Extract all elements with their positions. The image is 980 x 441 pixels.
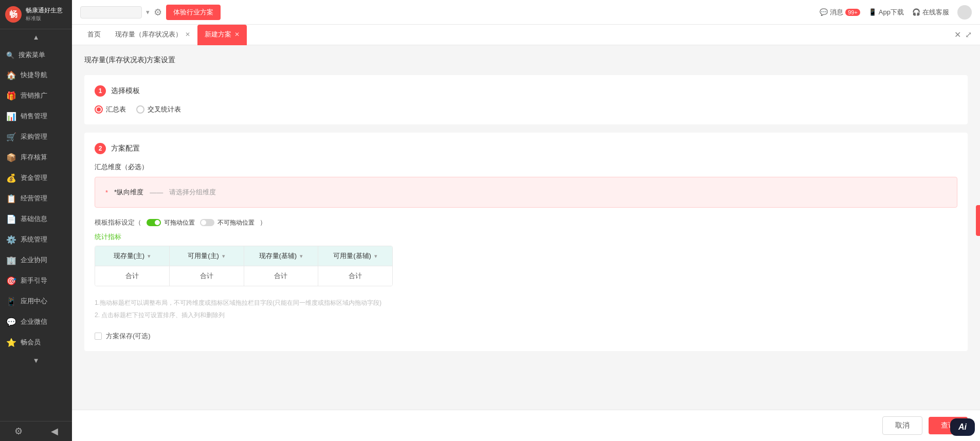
indicators-config-label: 模板指标设定（ 可拖动位置 不可拖动位置 ） <box>95 218 957 227</box>
stats-col-1-header[interactable]: 现存量(主) ▾ <box>95 246 170 266</box>
step2-title: 方案配置 <box>111 144 140 153</box>
sidebar-item-label: 采购管理 <box>21 132 47 141</box>
sidebar-item-purchase[interactable]: 🛒 采购管理 <box>0 126 72 147</box>
dimension-vertical-label: *纵向维度 <box>114 188 143 197</box>
messages-button[interactable]: 💬 消息 99+ <box>820 8 860 17</box>
sidebar-item-label: 企业协同 <box>21 255 47 265</box>
stats-col-3-cell: 合计 <box>244 266 319 286</box>
stats-table: 现存量(主) ▾ 可用量(主) ▾ 现存量(基辅) ▾ 可用量(基辅) <box>95 246 393 286</box>
topbar-search-input[interactable] <box>80 6 142 19</box>
sidebar-item-sales[interactable]: 📊 销售管理 <box>0 106 72 126</box>
sidebar-item-wechat[interactable]: 💬 企业微信 <box>0 311 72 332</box>
radio-cross[interactable]: 交叉统计表 <box>136 105 181 114</box>
clipboard-icon: 📋 <box>6 193 16 204</box>
scroll-up-button[interactable]: ▲ <box>30 31 41 43</box>
content-area: 现存量(库存状况表)方案设置 1 选择模板 汇总表 交叉统计表 2 <box>72 45 980 410</box>
main-area: ▾ ⚙ 体验行业方案 💬 消息 99+ 📱 App下载 🎧 在线客服 <box>72 0 980 441</box>
sidebar-item-label: 营销推广 <box>21 91 47 100</box>
search-icon: 🔍 <box>6 51 14 59</box>
building-icon: 🏢 <box>6 255 16 265</box>
messages-badge: 99+ <box>845 9 860 16</box>
user-avatar[interactable] <box>957 5 972 20</box>
tab-inventory[interactable]: 现存量（库存状况表） ✕ <box>108 25 197 45</box>
topbar-right: 💬 消息 99+ 📱 App下载 🎧 在线客服 <box>820 5 972 20</box>
ai-float-button[interactable]: Ai <box>950 418 975 436</box>
col-1-dropdown-icon[interactable]: ▾ <box>148 253 151 260</box>
app-version: 标准版 <box>26 15 63 22</box>
col-3-dropdown-icon[interactable]: ▾ <box>300 253 303 260</box>
sidebar-scroll-down[interactable]: ▼ <box>0 353 72 369</box>
chart-icon: 📊 <box>6 111 16 121</box>
cart-icon: 🛒 <box>6 132 16 142</box>
app-download-label: App下载 <box>879 8 904 17</box>
tips-area: 1.拖动标题栏可以调整布局，不可跨维度或指标区域拖拉栏目字段(只能在同一维度或指… <box>95 297 957 321</box>
app-name: 畅康通好生意 <box>26 7 63 15</box>
stats-col-2-header[interactable]: 可用量(主) ▾ <box>170 246 244 266</box>
save-checkbox[interactable] <box>95 333 102 340</box>
industry-scheme-button[interactable]: 体验行业方案 <box>166 5 221 20</box>
settings-bottom-button[interactable]: ⚙ <box>14 426 23 437</box>
toggle-draggable[interactable]: 可拖动位置 <box>147 218 195 227</box>
toggle-draggable-switch[interactable] <box>147 219 161 226</box>
sidebar-item-marketing[interactable]: 🎁 营销推广 <box>0 85 72 106</box>
chevron-down-icon[interactable]: ▾ <box>146 8 150 16</box>
topbar: ▾ ⚙ 体验行业方案 💬 消息 99+ 📱 App下载 🎧 在线客服 <box>72 0 980 25</box>
radio-summary[interactable]: 汇总表 <box>95 105 126 114</box>
collapse-button[interactable]: ◀ <box>51 426 58 437</box>
tab-inventory-close[interactable]: ✕ <box>185 31 190 38</box>
tab-home[interactable]: 首页 <box>80 25 108 45</box>
right-edge-handle[interactable] <box>976 205 980 236</box>
sidebar-item-app-center[interactable]: 📱 应用中心 <box>0 291 72 311</box>
sidebar-item-operations[interactable]: 📋 经营管理 <box>0 188 72 209</box>
sidebar-item-base-info[interactable]: 📄 基础信息 <box>0 209 72 229</box>
expand-window-button[interactable]: ⤢ <box>965 30 972 40</box>
close-window-button[interactable]: ✕ <box>954 30 961 40</box>
star-icon: ⭐ <box>6 337 16 347</box>
stats-col-3-value: 合计 <box>274 271 287 281</box>
radio-cross-circle <box>136 105 144 114</box>
chat-icon: 💬 <box>6 317 16 327</box>
sidebar-search[interactable]: 🔍 搜索菜单 <box>0 45 72 65</box>
sidebar-item-label: 经营管理 <box>21 194 47 203</box>
col-4-dropdown-icon[interactable]: ▾ <box>374 253 377 260</box>
stats-col-3-header[interactable]: 现存量(基辅) ▾ <box>244 246 319 266</box>
scroll-down-button[interactable]: ▼ <box>30 355 41 366</box>
sidebar-item-newbie[interactable]: 🎯 新手引导 <box>0 270 72 291</box>
tab-new-scheme[interactable]: 新建方案 ✕ <box>197 25 247 45</box>
save-option-label: 方案保存(可选) <box>106 332 151 341</box>
dimension-area[interactable]: * *纵向维度 —— 请选择分组维度 <box>95 177 957 208</box>
step2-section: 2 方案配置 汇总维度（必选） * *纵向维度 —— 请选择分组维度 模板指标设… <box>84 133 968 351</box>
step1-section: 1 选择模板 汇总表 交叉统计表 <box>84 75 968 124</box>
sidebar-item-inventory[interactable]: 📦 库存核算 <box>0 147 72 168</box>
save-option: 方案保存(可选) <box>95 332 957 341</box>
cancel-button[interactable]: 取消 <box>882 416 922 435</box>
sidebar-item-membership[interactable]: ⭐ 畅会员 <box>0 332 72 353</box>
messages-label: 消息 <box>830 8 843 17</box>
sidebar-item-quick-nav[interactable]: 🏠 快捷导航 <box>0 65 72 85</box>
tab-new-scheme-close[interactable]: ✕ <box>234 31 240 38</box>
stats-col-4-header[interactable]: 可用量(基辅) ▾ <box>318 246 392 266</box>
app-download-button[interactable]: 📱 App下载 <box>868 8 904 17</box>
tabs-bar: 首页 现存量（库存状况表） ✕ 新建方案 ✕ ✕ ⤢ <box>72 25 980 45</box>
stats-col-4-value: 合计 <box>349 271 362 281</box>
toggle-undraggable-box <box>200 219 214 226</box>
target-icon: 🎯 <box>6 275 16 286</box>
step1-title: 选择模板 <box>111 86 140 96</box>
sidebar-item-finance[interactable]: 💰 资金管理 <box>0 168 72 188</box>
home-icon: 🏠 <box>6 70 16 80</box>
download-icon: 📱 <box>868 8 877 16</box>
page-title: 现存量(库存状况表)方案设置 <box>84 56 968 65</box>
step2-number: 2 <box>95 143 106 154</box>
doc-icon: 📄 <box>6 214 16 224</box>
sidebar-item-label: 应用中心 <box>21 297 47 306</box>
sidebar-item-enterprise[interactable]: 🏢 企业协同 <box>0 250 72 270</box>
gift-icon: 🎁 <box>6 90 16 101</box>
online-service-button[interactable]: 🎧 在线客服 <box>912 8 949 17</box>
sidebar-item-system[interactable]: ⚙️ 系统管理 <box>0 229 72 250</box>
step2-header: 2 方案配置 <box>95 143 957 154</box>
col-2-dropdown-icon[interactable]: ▾ <box>222 253 225 260</box>
sidebar-scroll-up[interactable]: ▲ <box>0 29 72 45</box>
sidebar-item-label: 基础信息 <box>21 214 47 224</box>
topbar-settings-button[interactable]: ⚙ <box>154 7 162 18</box>
avatar-icon <box>957 5 972 20</box>
